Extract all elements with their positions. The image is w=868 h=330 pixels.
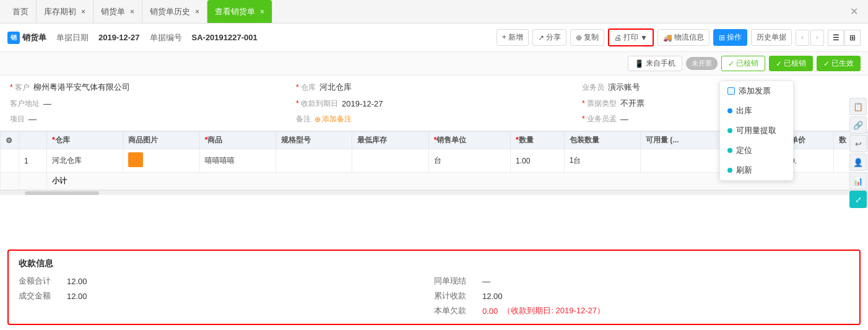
min-stock-column-header: 最低库存 — [352, 132, 428, 149]
row-index: 1 — [19, 149, 47, 173]
dot-teal-icon-1 — [727, 128, 732, 133]
warehouse-label: 仓库 — [296, 82, 316, 93]
payment-date-value: 2019-12-27 — [342, 99, 383, 108]
doc-actions: + 新增 ↗ 分享 ⊕ 复制 🖨 打印 ▼ 🚚 物流信息 — [497, 28, 861, 46]
product-column-header: *商品 — [199, 132, 276, 149]
dot-teal-icon-2 — [727, 148, 732, 153]
row-spec — [276, 149, 352, 173]
history-button[interactable]: 历史单据 — [751, 29, 792, 46]
next-arrow[interactable]: › — [810, 30, 824, 46]
doc-date-value: 2019-12-27 — [98, 33, 140, 42]
package-qty-column-header: 包装数量 — [564, 132, 640, 149]
row-warehouse: 河北仓库 — [46, 149, 123, 173]
doc-number-label: 单据编号 — [150, 32, 182, 43]
tab-inventory-init[interactable]: 库存期初 × — [37, 0, 93, 23]
row-product: 嘻嘻嘻嘻 — [199, 149, 276, 173]
address-value: — — [43, 99, 51, 108]
project-value: — — [28, 115, 37, 124]
copy-button[interactable]: ⊕ 复制 — [570, 29, 604, 46]
gear-column-header[interactable]: ⚙ — [1, 132, 19, 149]
sidebar-return-icon[interactable]: ↩ — [849, 135, 867, 152]
tab-inventory-init-close[interactable]: × — [81, 7, 85, 16]
sidebar-expand-icon[interactable]: ⤢ — [849, 191, 867, 208]
ticket-type-label: 票据类型 — [582, 98, 617, 109]
print-button[interactable]: 🖨 打印 ▼ — [608, 28, 654, 46]
list-view-button[interactable]: ☰ — [828, 30, 844, 46]
window-close-button[interactable]: ✕ — [845, 6, 863, 17]
dot-blue-icon — [727, 108, 732, 113]
scrollbar-thumb[interactable] — [25, 191, 99, 195]
sidebar-chart-icon[interactable]: 📊 — [849, 172, 867, 189]
tab-home[interactable]: 首页 — [5, 0, 37, 23]
row-available — [641, 149, 724, 173]
phone-icon: 📱 — [635, 59, 644, 68]
sidebar-user-icon[interactable]: 👤 — [849, 154, 867, 171]
ticket-type-value: 不开票 — [620, 98, 644, 109]
product-image — [128, 152, 143, 167]
project-field: 项目 — — [10, 114, 286, 124]
new-button[interactable]: + 新增 — [497, 29, 529, 46]
staff-label: 业务员 — [582, 82, 604, 93]
total-value: 12.00 — [67, 277, 87, 286]
from-phone-button[interactable]: 📱 来自手机 — [628, 56, 682, 71]
tab-sales-order-close[interactable]: × — [130, 7, 134, 16]
row-gear — [1, 149, 19, 173]
transaction-value: 12.00 — [67, 292, 87, 301]
warehouse-field: 仓库 河北仓库 — [296, 82, 572, 93]
row-unit: 台 — [428, 149, 510, 173]
check-button[interactable]: ✓ 已核销 — [721, 56, 765, 71]
tab-view-sales-close[interactable]: × — [260, 7, 264, 16]
row-product-img — [123, 149, 199, 173]
sidebar-link-icon[interactable]: 🔗 — [849, 116, 867, 134]
print-icon: 🖨 — [614, 33, 622, 42]
address-label: 客户地址 — [10, 98, 40, 109]
row-quantity: 1.00 — [510, 149, 564, 173]
unit-column-header: *销售单位 — [428, 132, 510, 149]
project-label: 项目 — [10, 114, 25, 124]
doc-date-label: 单据日期 — [56, 32, 89, 43]
already-void-button[interactable]: ✓ 已核销 — [769, 56, 813, 71]
warehouse-value: 河北仓库 — [319, 82, 352, 93]
logistics-button[interactable]: 🚚 物流信息 — [658, 29, 710, 46]
cumulative-value: 12.00 — [482, 292, 503, 301]
cumulative-row: 累计收款 12.00 — [434, 290, 849, 302]
salesperson-value: — — [620, 115, 628, 124]
not-open-ticket-button[interactable]: 未开票 — [686, 57, 718, 70]
prev-arrow[interactable]: ‹ — [796, 30, 809, 46]
doc-type-badge: 销 销货单 — [7, 32, 46, 44]
dropdown-add-invoice[interactable]: 添加发票 — [720, 81, 793, 101]
sidebar-clipboard-icon[interactable]: 📋 — [849, 98, 867, 115]
transaction-label: 成交金额 — [19, 290, 62, 302]
operations-button[interactable]: ⊞ 操作 — [713, 29, 747, 46]
dropdown-outbound[interactable]: 出库 — [720, 101, 793, 121]
salesperson-label: 业务员孟 — [582, 114, 617, 124]
same-order-value: — — [482, 277, 490, 286]
grid-view-button[interactable]: ⊞ — [844, 30, 861, 46]
row-min-stock — [352, 149, 428, 173]
tab-sales-order[interactable]: 销货单 × — [93, 0, 142, 23]
customer-label: 客户 — [10, 82, 30, 93]
right-sidebar: 📋 🔗 ↩ 👤 📊 ⤢ — [848, 98, 868, 208]
tab-sales-history-close[interactable]: × — [195, 7, 199, 16]
total-label: 金额合计 — [19, 276, 62, 287]
dropdown-available-extract[interactable]: 可用量提取 — [720, 121, 793, 141]
quantity-column-header: *数量 — [510, 132, 564, 149]
current-owed-label: 本单欠款 — [434, 305, 477, 316]
current-owed-row — [19, 305, 434, 316]
view-toggle: ☰ ⊞ — [828, 30, 861, 46]
add-note-button[interactable]: ⊕ 添加备注 — [315, 114, 352, 124]
dropdown-locate[interactable]: 定位 — [720, 141, 793, 160]
already-effective-button[interactable]: ✓ 已生效 — [817, 56, 861, 71]
sub-action-bar: 📱 来自手机 未开票 ✓ 已核销 ✓ 已核销 ✓ 已生效 — [0, 52, 868, 76]
spec-column-header: 规格型号 — [276, 132, 352, 149]
dropdown-refresh[interactable]: 刷新 — [720, 160, 793, 180]
available-column-header: 可用量 (... — [641, 132, 724, 149]
address-field: 客户地址 — — [10, 98, 286, 109]
tab-view-sales[interactable]: 查看销货单 × — [207, 0, 272, 23]
same-order-label: 同单现结 — [434, 276, 477, 287]
horizontal-scrollbar[interactable] — [0, 190, 868, 195]
tab-sales-history[interactable]: 销货单历史 × — [142, 0, 207, 23]
share-button[interactable]: ↗ 分享 — [532, 29, 566, 46]
index-column-header — [19, 132, 47, 149]
doc-number-value: SA-20191227-001 — [192, 33, 258, 42]
